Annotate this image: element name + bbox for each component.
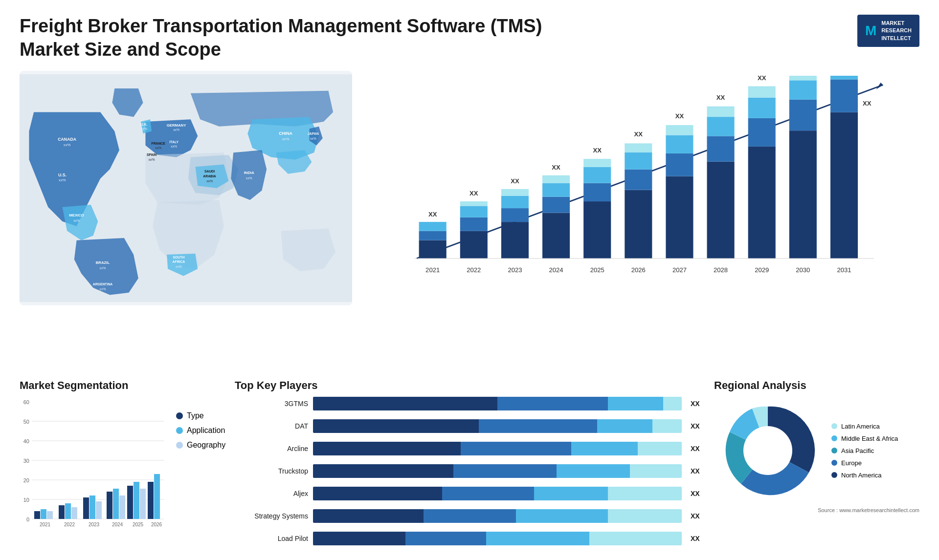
svg-rect-74 — [666, 125, 693, 135]
svg-text:xx%: xx% — [59, 178, 66, 182]
svg-rect-55 — [542, 183, 570, 197]
svg-rect-50 — [501, 189, 529, 196]
svg-rect-115 — [41, 509, 46, 519]
svg-text:2023: 2023 — [89, 522, 100, 527]
regional-section: Regional Analysis — [714, 379, 919, 545]
svg-rect-132 — [140, 489, 146, 519]
svg-text:xx%: xx% — [141, 127, 147, 130]
reg-legend-europe: Europe — [831, 459, 898, 467]
svg-rect-120 — [71, 507, 77, 519]
svg-text:2031: 2031 — [837, 266, 851, 274]
legend-application: Application — [176, 426, 225, 435]
regional-legend: Latin America Middle East & Africa Asia … — [831, 423, 898, 479]
player-row: Aljex XX — [235, 487, 704, 500]
svg-text:BRAZIL: BRAZIL — [96, 260, 110, 265]
svg-rect-73 — [666, 135, 693, 153]
svg-rect-80 — [707, 107, 735, 117]
legend-geography: Geography — [176, 441, 225, 450]
svg-rect-61 — [583, 167, 611, 183]
svg-text:xx%: xx% — [246, 176, 252, 180]
svg-rect-48 — [501, 208, 529, 222]
svg-text:2028: 2028 — [714, 266, 728, 274]
svg-rect-38 — [419, 222, 447, 231]
svg-text:XX: XX — [863, 100, 872, 107]
svg-rect-42 — [460, 217, 488, 231]
svg-rect-41 — [460, 231, 488, 258]
chart-section: XX 2021 XX 2022 XX 2023 — [362, 71, 919, 305]
svg-rect-126 — [107, 492, 112, 519]
player-row: Truckstop XX — [235, 464, 704, 478]
svg-rect-78 — [707, 136, 735, 161]
svg-text:xx%: xx% — [100, 266, 106, 270]
svg-rect-79 — [707, 117, 735, 136]
svg-rect-84 — [748, 118, 776, 147]
svg-text:INDIA: INDIA — [244, 171, 255, 175]
svg-rect-92 — [789, 76, 817, 80]
segmentation-title: Market Segmentation — [20, 379, 225, 392]
svg-text:AFRICA: AFRICA — [173, 260, 185, 263]
svg-rect-49 — [501, 196, 529, 208]
svg-rect-54 — [542, 197, 570, 213]
svg-text:GERMANY: GERMANY — [167, 123, 187, 128]
legend-type: Type — [176, 411, 225, 420]
svg-rect-67 — [625, 152, 652, 170]
svg-text:XX: XX — [428, 211, 437, 218]
regional-wrap: Latin America Middle East & Africa Asia … — [714, 397, 919, 504]
players-section: Top Key Players 3GTMS XX DAT — [235, 379, 704, 545]
svg-rect-71 — [666, 176, 693, 258]
svg-rect-56 — [542, 175, 570, 183]
svg-text:2022: 2022 — [64, 522, 75, 527]
svg-text:xx%: xx% — [176, 265, 182, 268]
svg-rect-47 — [501, 222, 529, 258]
segmentation-legend: Type Application Geography — [176, 411, 225, 450]
logo-icon: M — [865, 21, 876, 40]
svg-text:SAUDI: SAUDI — [204, 170, 215, 173]
svg-text:MEXICO: MEXICO — [69, 213, 84, 217]
svg-text:xx%: xx% — [282, 137, 290, 141]
svg-text:FRANCE: FRANCE — [151, 142, 165, 145]
map-section: CANADA xx% U.S. xx% MEXICO xx% BRAZIL xx… — [20, 71, 352, 305]
svg-text:2026: 2026 — [631, 266, 646, 274]
player-row: Load Pilot XX — [235, 532, 704, 545]
svg-text:xx%: xx% — [73, 219, 80, 222]
svg-text:2030: 2030 — [796, 266, 810, 274]
svg-rect-90 — [789, 100, 817, 131]
svg-rect-89 — [789, 130, 817, 258]
svg-rect-131 — [134, 482, 139, 519]
svg-rect-43 — [460, 206, 488, 217]
bottom-row: Market Segmentation 0 10 20 30 40 50 60 — [20, 379, 919, 545]
application-dot — [176, 427, 183, 434]
svg-text:xx%: xx% — [149, 158, 155, 161]
reg-legend-asia-pacific: Asia Pacific — [831, 447, 898, 454]
svg-text:xx%: xx% — [64, 143, 71, 147]
page-title: Freight Broker Transportation Management… — [20, 15, 542, 61]
svg-rect-91 — [789, 80, 817, 99]
svg-rect-77 — [707, 162, 735, 258]
player-row: Strategy Systems XX — [235, 509, 704, 523]
players-title: Top Key Players — [235, 379, 704, 392]
svg-rect-138 — [154, 474, 160, 519]
svg-text:xx%: xx% — [173, 128, 179, 131]
svg-text:CHINA: CHINA — [279, 131, 292, 136]
svg-text:50: 50 — [23, 419, 29, 425]
svg-text:ARABIA: ARABIA — [203, 174, 216, 178]
svg-text:XX: XX — [675, 112, 684, 120]
svg-text:2022: 2022 — [467, 266, 481, 274]
svg-rect-53 — [542, 213, 570, 258]
svg-point-141 — [743, 426, 792, 475]
svg-text:U.K.: U.K. — [141, 123, 148, 126]
svg-rect-130 — [127, 486, 133, 519]
svg-text:xx%: xx% — [206, 179, 213, 183]
svg-text:xx%: xx% — [310, 137, 316, 140]
svg-rect-124 — [96, 501, 102, 519]
svg-rect-83 — [748, 147, 776, 258]
regional-title: Regional Analysis — [714, 379, 919, 392]
player-row: 3GTMS XX — [235, 397, 704, 410]
svg-rect-59 — [583, 201, 611, 258]
title-block: Freight Broker Transportation Management… — [20, 15, 542, 61]
svg-rect-97 — [830, 76, 858, 79]
main-content: CANADA xx% U.S. xx% MEXICO xx% BRAZIL xx… — [20, 71, 919, 369]
svg-text:U.S.: U.S. — [58, 172, 67, 177]
svg-text:xx%: xx% — [171, 145, 177, 148]
svg-text:xx%: xx% — [100, 287, 106, 291]
